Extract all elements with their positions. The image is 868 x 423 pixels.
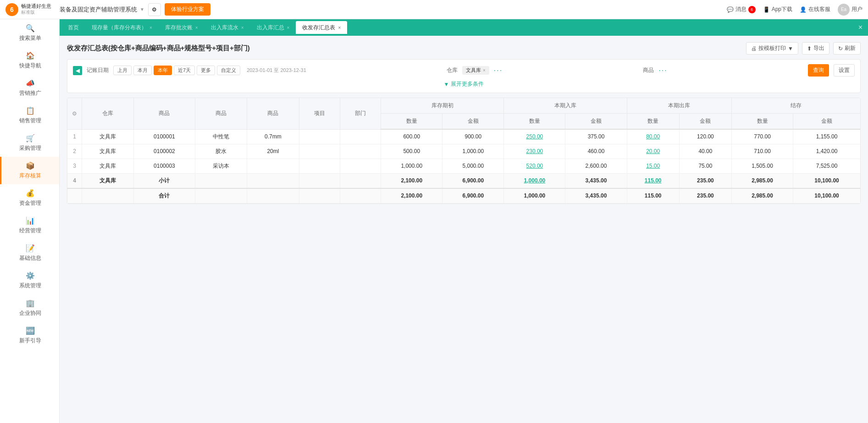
page-inner: 收发存汇总表(按仓库+商品编码+商品+规格型号+项目+部门) 🖨 按模板打印 ▼… <box>60 36 868 210</box>
table-row: 3 文具库 0100003 采访本 1,000.00 5,000.00 520.… <box>67 159 860 173</box>
row-dept <box>340 129 381 144</box>
total-close-qty: 2,985.00 <box>732 188 793 203</box>
row-open-amt: 1,000.00 <box>442 144 504 159</box>
date-btn-last-month[interactable]: 上月 <box>113 66 132 75</box>
refresh-icon: ↻ <box>838 45 843 52</box>
sidebar-item-search[interactable]: 🔍 搜索菜单 <box>0 19 59 47</box>
service-icon: 👤 <box>800 6 807 13</box>
total-out-amt: 235.00 <box>679 188 731 203</box>
goods-spec-col-header: 商品 <box>247 98 299 129</box>
warehouse-filter-tag: 文具库 × <box>462 66 489 75</box>
sidebar-item-purchase[interactable]: 🛒 采购管理 <box>0 129 59 157</box>
sidebar-item-sales[interactable]: 📋 销售管理 <box>0 102 59 129</box>
app-download-button[interactable]: 📱 App下载 <box>763 5 792 13</box>
tab-inout-flow[interactable]: 出入库流水 × <box>205 21 250 34</box>
date-btn-this-year[interactable]: 本年 <box>154 66 172 75</box>
warehouse-more-button[interactable]: ··· <box>494 66 503 75</box>
row-out-qty[interactable]: 20.00 <box>627 144 679 159</box>
sidebar-label-search: 搜索菜单 <box>19 34 41 42</box>
row-in-qty[interactable]: 250.00 <box>504 129 565 144</box>
close-amt-header: 金额 <box>793 114 860 130</box>
date-filter-label: 记账日期 <box>87 66 109 74</box>
total-close-amt: 10,100.00 <box>793 188 860 203</box>
tab-inout-summary[interactable]: 出入库汇总 × <box>250 21 296 34</box>
date-btn-custom[interactable]: 自定义 <box>217 66 240 75</box>
row-out-qty[interactable]: 15.00 <box>627 159 679 173</box>
user-button[interactable]: Ea 用户 <box>838 4 862 16</box>
warehouse-filter-label: 仓库 <box>447 66 458 74</box>
messages-button[interactable]: 💬 消息 6 <box>727 5 756 13</box>
subtotal-in-qty[interactable]: 1,000.00 <box>504 173 565 188</box>
subtotal-empty4 <box>340 173 381 188</box>
tab-recv-send-summary[interactable]: 收发存汇总表 × <box>296 21 347 34</box>
row-in-qty[interactable]: 520.00 <box>504 159 565 173</box>
top-bar-right: 💬 消息 6 📱 App下载 👤 在线客服 Ea 用户 <box>727 4 862 16</box>
date-btn-7days[interactable]: 近7天 <box>174 66 195 75</box>
goods-more-button[interactable]: ··· <box>658 66 667 75</box>
message-icon: 💬 <box>727 6 734 13</box>
total-in-amt: 3,435.00 <box>565 188 627 203</box>
project-col-header: 项目 <box>299 98 340 129</box>
sidebar-item-enterprise[interactable]: 🏢 企业协同 <box>0 294 59 322</box>
date-range-display: 2023-01-01 至 2023-12-31 <box>247 67 306 74</box>
tab-inventory-dist[interactable]: 现存量（库存分布表） × <box>85 21 159 34</box>
row-goods-name: 胶水 <box>195 144 247 159</box>
row-warehouse: 文具库 <box>82 144 134 159</box>
sidebar-label-basic-info: 基础信息 <box>19 254 41 262</box>
subtotal-close-qty: 2,985.00 <box>732 173 793 188</box>
home-icon: 🏠 <box>26 51 35 60</box>
sidebar-item-finance[interactable]: 💰 资金管理 <box>0 184 59 212</box>
table-settings-icon[interactable]: ⚙ <box>72 110 77 117</box>
date-btn-this-month[interactable]: 本月 <box>133 66 152 75</box>
tab-inout-flow-close[interactable]: × <box>241 25 244 30</box>
tab-bar: 首页 现存量（库存分布表） × 库存批次账 × 出入库流水 × 出入库汇总 × … <box>60 19 868 36</box>
sidebar-item-marketing[interactable]: 📣 营销推广 <box>0 74 59 102</box>
filter-settings-button[interactable]: 设置 <box>834 64 855 77</box>
print-button[interactable]: 🖨 按模板打印 ▼ <box>746 42 798 55</box>
row-out-amt: 120.00 <box>679 129 731 144</box>
tab-batch-close[interactable]: × <box>195 25 198 30</box>
row-in-qty[interactable]: 230.00 <box>504 144 565 159</box>
settings-col-header: ⚙ <box>67 98 82 129</box>
subtotal-out-amt: 235.00 <box>679 173 731 188</box>
filter-toggle-button[interactable]: ◀ <box>73 66 82 75</box>
date-btn-more[interactable]: 更多 <box>197 66 215 75</box>
export-button[interactable]: ⬆ 导出 <box>802 42 829 55</box>
row-close-amt: 1,420.00 <box>793 144 860 159</box>
query-button[interactable]: 查询 <box>808 64 829 77</box>
date-options: 上月 本月 本年 近7天 更多 自定义 <box>113 66 240 75</box>
sidebar-item-system[interactable]: ⚙️ 系统管理 <box>0 267 59 294</box>
sidebar-item-operations[interactable]: 📊 经营管理 <box>0 212 59 239</box>
tab-home[interactable]: 首页 <box>61 21 85 34</box>
total-empty <box>82 188 134 203</box>
subtotal-empty2 <box>247 173 299 188</box>
sidebar-item-basic-info[interactable]: 📝 基础信息 <box>0 239 59 267</box>
subtotal-open-amt: 6,900.00 <box>442 173 504 188</box>
subtotal-out-qty[interactable]: 115.00 <box>627 173 679 188</box>
row-out-qty[interactable]: 80.00 <box>627 129 679 144</box>
row-out-amt: 75.00 <box>679 159 731 173</box>
subtotal-warehouse: 文具库 <box>82 173 134 188</box>
row-in-amt: 375.00 <box>565 129 627 144</box>
out-qty-header: 数量 <box>627 114 679 130</box>
warehouse-tag-close[interactable]: × <box>483 68 486 73</box>
refresh-button[interactable]: ↻ 刷新 <box>833 42 861 55</box>
try-button[interactable]: 体验行业方案 <box>165 3 210 16</box>
sidebar-item-guide[interactable]: 🆕 新手引导 <box>0 322 59 349</box>
sidebar-item-inventory[interactable]: 📦 库存核算 <box>0 157 59 184</box>
tab-batch[interactable]: 库存批次账 × <box>159 21 205 34</box>
expand-more-button[interactable]: ▼ 展开更多条件 <box>444 80 484 88</box>
in-qty-header: 数量 <box>504 114 565 130</box>
tab-bar-close-button[interactable]: × <box>855 23 866 32</box>
settings-button[interactable]: ⚙ <box>148 3 161 16</box>
enterprise-icon: 🏢 <box>26 299 35 308</box>
total-label: 合计 <box>133 188 195 203</box>
tab-inout-summary-close[interactable]: × <box>287 25 290 30</box>
out-group-header: 本期出库 <box>627 98 732 114</box>
sidebar-item-quick-nav[interactable]: 🏠 快捷导航 <box>0 47 59 74</box>
tab-recv-send-summary-close[interactable]: × <box>338 25 341 30</box>
tab-inventory-dist-close[interactable]: × <box>149 25 152 30</box>
online-service-button[interactable]: 👤 在线客服 <box>800 5 830 13</box>
table-wrap: ⚙ 仓库 商品 商品 商品 项目 部门 库存期初 本期入库 本期出库 <box>67 98 861 204</box>
open-amt-header: 金额 <box>442 114 504 130</box>
